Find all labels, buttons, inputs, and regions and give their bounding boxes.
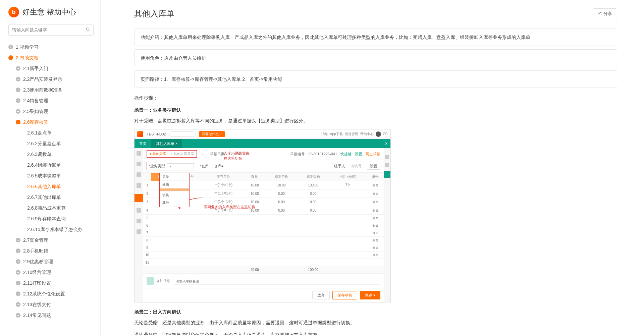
plus-icon: +	[16, 98, 20, 103]
plus-icon: +	[16, 66, 20, 71]
table-row: 10⊕ ⊖	[143, 252, 384, 259]
mock-link-admin: 后台管理	[345, 132, 358, 136]
mock-link-help: 帮助中心	[360, 132, 374, 136]
mock-col-amount: 成本金额	[297, 173, 329, 181]
nav-item-2-6-7[interactable]: 2.6.7其他出库单	[8, 192, 94, 203]
svg-point-0	[86, 28, 89, 31]
plus-icon: +	[16, 313, 20, 318]
mock-right-strip	[384, 148, 390, 302]
nav-item-2-1[interactable]: +2.1新手入门	[8, 63, 94, 74]
mock-biztype-label: *业务类型	[149, 164, 165, 169]
table-row: 8⊕ ⊖	[143, 237, 384, 244]
mock-wh-label: *仓库	[200, 164, 208, 169]
mock-user: CC	[383, 132, 388, 136]
intro-text: 其他入库单用来处理除采购入库、产成品入库之外的其他入库业务，因此其他入库单可处理…	[164, 35, 530, 40]
mock-dropdown-open: 盘盈 受赠 切换 其他	[159, 173, 190, 207]
mock-col-qty: 数量	[244, 173, 266, 181]
mock-btn-cancel: 放弃	[312, 291, 330, 299]
nav-item-2-9[interactable]: +2.9优惠券管理	[8, 256, 94, 267]
nav-item-2-6-9[interactable]: 2.6.9库存账本查询	[8, 213, 94, 224]
share-icon	[598, 11, 602, 16]
nav-item-docs[interactable]: −2.帮助文档	[8, 52, 94, 63]
mock-nav-icon	[137, 229, 141, 234]
mock-remark-label: 备注信息	[157, 279, 170, 283]
mock-settings-btn: 设置	[367, 163, 380, 170]
role-card: 使用角色：通常由仓管人员维护	[134, 49, 617, 67]
mock-link-app: App下载	[330, 132, 343, 136]
nav-item-2-6-1[interactable]: 2.6.1盘点单	[8, 127, 94, 138]
mock-filter-row: *业务类型 ▾ *仓库 仓库A 经手人 请填写 设置	[143, 160, 384, 173]
nav-item-2-3[interactable]: +2.3使用前数据准备	[8, 85, 94, 95]
nav-item-2-6-3[interactable]: 2.6.3调拨单	[8, 149, 94, 160]
table-row: 4个(1个=1个)10.000.000.00⊕ ⊖	[143, 206, 384, 215]
mock-biztype-dropdown: ▾	[167, 163, 194, 169]
intro-card: 功能介绍：其他入库单用来处理除采购入库、产成品入库之外的其他入库业务，因此其他入…	[134, 29, 617, 46]
plus-icon: +	[16, 259, 20, 264]
plus-icon: +	[16, 238, 20, 242]
mock-top-help-btn: 我要做什么？	[199, 131, 225, 137]
nav-item-2-6[interactable]: −2.6库存核算	[8, 117, 94, 127]
nav-item-2-6-6[interactable]: 2.6.6其他入库单	[8, 181, 94, 192]
mock-col-act: 操作	[367, 173, 384, 181]
nav-item-2-12[interactable]: +2.12系统个性化设置	[8, 288, 94, 299]
nav-item-2-10[interactable]: +2.10经营管理	[8, 267, 94, 278]
mock-tab-home: 首页	[135, 139, 151, 148]
logo-icon: b	[8, 7, 19, 17]
table-row: 11	[143, 259, 384, 266]
mock-body: ● 其他入库 ○ 其他入库退库 ← 单据日期 2019-12-26 入库、退货业…	[135, 148, 390, 302]
mock-screenshot: TEST-H002 我要做什么？ 消息 App下载 后台管理 帮助中心 CC 首…	[134, 129, 391, 302]
mock-nav-icon	[137, 219, 141, 223]
share-button[interactable]: 分享	[593, 8, 617, 19]
mock-btn-draft: 保存草稿	[332, 291, 357, 299]
mock-op-label: 经手人	[334, 164, 345, 169]
nav-item-2-6-2[interactable]: 2.6.2分量盘点单	[8, 138, 94, 149]
mock-footer: 放弃 保存草稿 保存 ▾	[143, 288, 384, 302]
nav-item-2-5[interactable]: +2.5采购管理	[8, 106, 94, 117]
table-row: 5⊕ ⊖	[143, 215, 384, 222]
search-icon[interactable]	[86, 27, 90, 33]
mock-right-icon	[385, 155, 389, 159]
logo-row: b 好生意 帮助中心	[8, 7, 94, 17]
path-label: 页面路径：	[141, 76, 164, 82]
mock-remark-input	[173, 278, 380, 285]
mock-toolbar-shortcut: 快捷键	[340, 152, 352, 157]
mock-nav-icon	[137, 151, 141, 156]
nav-item-2-6-5[interactable]: 2.6.5成本调整单	[8, 170, 94, 181]
scene2-p2: 退库业务中，明细数量均以负值红色展示。无论是入库还是退库，库存账均记在入库方向。	[134, 331, 617, 335]
mock-dd-item: 盘盈	[160, 173, 189, 181]
svg-line-1	[89, 30, 90, 31]
nav-item-2-14[interactable]: +2.14常见问题	[8, 310, 94, 321]
mock-col-unit: 库存单位	[203, 173, 244, 181]
plus-icon: +	[16, 88, 20, 92]
mock-top-search	[169, 131, 196, 137]
mock-env: TEST-H002	[147, 132, 166, 136]
nav-item-2-7[interactable]: +2.7资金管理	[8, 235, 94, 245]
mock-tab-current: 其他入库单 ×	[151, 139, 182, 148]
mock-wh-value: 仓库A	[212, 164, 226, 169]
scene2-p1: 无论是受赠，还是其他类型的业务，由于入库商品质量等原因，需要退回，这时可通过单据…	[134, 319, 617, 327]
mock-right-icon	[385, 163, 389, 167]
nav-item-2-6-8[interactable]: 2.6.8商品成本重算	[8, 203, 94, 213]
mock-radio-return: ○ 其他入库退库	[171, 152, 194, 156]
nav-item-2-4[interactable]: +2.4销售管理	[8, 95, 94, 106]
nav-item-2-6-4[interactable]: 2.6.4组装拆卸单	[8, 160, 94, 170]
table-row: 7⊕ ⊖	[143, 229, 384, 237]
nav-item-2-8[interactable]: +2.8手机旺铺	[8, 245, 94, 256]
nav-item-2-13[interactable]: +2.13在线支付	[8, 299, 94, 310]
nav-item-2-2[interactable]: +2.2产品安装及登录	[8, 74, 94, 85]
search-input[interactable]	[8, 24, 94, 36]
nav-item-2-11[interactable]: +2.11打印设置	[8, 278, 94, 288]
scene1-p1: 对于受赠、盘盈或是拆装入库等不同的业务，是通过单据头【业务类型】进行区分。	[134, 117, 617, 125]
nav-item-2-6-10[interactable]: 2.6.10库存账本错了怎么办	[8, 224, 94, 235]
mock-table-wrap: 盘盈 受赠 切换 其他 不同业务的入库类型在这里切换	[143, 173, 384, 274]
minus-icon: −	[16, 120, 20, 124]
table-row: 9⊕ ⊖	[143, 244, 384, 252]
role-label: 使用角色：	[141, 55, 164, 61]
nav-item-video[interactable]: +1.视频学习	[8, 42, 94, 52]
role-text: 通常由仓管人员维护	[164, 55, 206, 61]
mock-close-icon: ×	[382, 139, 390, 148]
steps-section: 操作步骤： 场景一：业务类型确认 对于受赠、盘盈或是拆装入库等不同的业务，是通过…	[134, 95, 617, 335]
mock-radio-in: ● 其他入库	[150, 152, 166, 156]
mock-nav-icon	[137, 162, 141, 166]
mock-avatar-icon	[376, 131, 381, 137]
